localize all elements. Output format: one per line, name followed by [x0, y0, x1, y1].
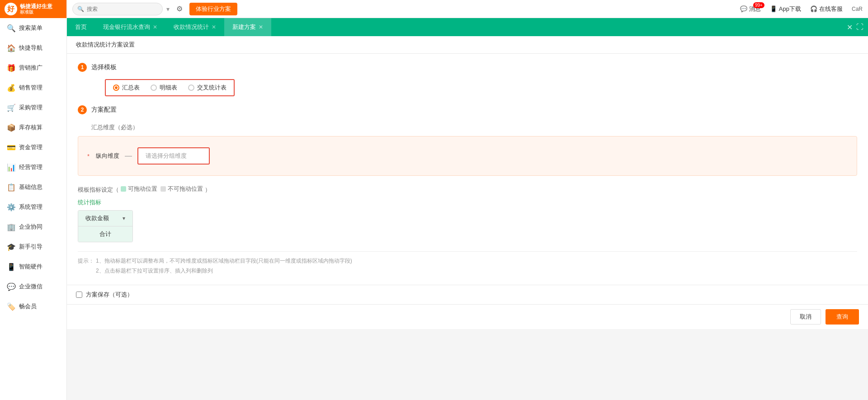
metrics-col-header[interactable]: 收款金额 ▾ [78, 211, 132, 226]
sidebar-item-fund[interactable]: 💳 资金管理 [0, 137, 66, 157]
quick-nav-icon: 🏠 [7, 44, 15, 52]
tab-maximize-icon[interactable]: ⛶ [856, 23, 863, 31]
radio-cross[interactable]: 交叉统计表 [188, 84, 226, 92]
metrics-col-header-label: 收款金额 [85, 214, 109, 222]
search-icon: 🔍 [77, 6, 84, 12]
metrics-col-chevron-icon[interactable]: ▾ [123, 215, 125, 221]
app-download-item[interactable]: 📱 App下载 [770, 5, 801, 13]
vertical-dim-label: 纵向维度 [96, 152, 119, 160]
tabbar: 首页 现金银行流水查询 ✕ 收款情况统计 ✕ 新建方案 ✕ ✕ ⛶ [67, 18, 868, 36]
metrics-grid: 收款金额 ▾ 合计 [78, 210, 133, 242]
radio-summary[interactable]: 汇总表 [113, 84, 140, 92]
sidebar-item-search-menu[interactable]: 🔍 搜索菜单 [0, 18, 66, 38]
radio-detail[interactable]: 明细表 [151, 84, 177, 92]
search-input[interactable] [87, 6, 150, 12]
save-checkbox[interactable] [76, 292, 82, 298]
search-menu-icon: 🔍 [7, 24, 15, 32]
topbar-right: 💬 消息 99+ 📱 App下载 🎧 在线客服 CaR [740, 5, 863, 13]
topbar-gear-button[interactable]: ⚙ [173, 3, 186, 15]
sidebar-item-vip[interactable]: 🏷️ 畅会员 [0, 296, 66, 316]
sidebar-item-label: 快捷导航 [19, 44, 42, 52]
app-download-label: App下载 [779, 5, 801, 13]
tab-new-scheme-close-icon[interactable]: ✕ [259, 24, 263, 30]
query-button[interactable]: 查询 [826, 309, 859, 325]
sidebar-badge: 标准版 [20, 9, 52, 15]
save-row: 方案保存（可选） [67, 285, 868, 304]
sidebar-item-label: 企业微信 [19, 282, 42, 291]
step2-label: 方案配置 [91, 106, 117, 114]
radio-summary-label: 汇总表 [122, 84, 140, 92]
tab-collection-stat-label: 收款情况统计 [174, 23, 209, 31]
system-icon: ⚙️ [7, 203, 15, 211]
tab-close-all-icon[interactable]: ✕ [847, 23, 853, 32]
purchase-icon: 🛒 [7, 104, 15, 112]
basic-info-icon: 📋 [7, 183, 15, 191]
tab-home-label: 首页 [75, 23, 87, 31]
metrics-col-value: 合计 [78, 226, 132, 242]
sidebar-item-marketing[interactable]: 🎁 营销推广 [0, 58, 66, 78]
dimension-box: * 纵向维度 — 请选择分组维度 [78, 136, 857, 176]
app-download-icon: 📱 [770, 5, 777, 12]
metrics-col-value-label: 合计 [99, 231, 111, 237]
cancel-button[interactable]: 取消 [790, 309, 821, 325]
template-options: 汇总表 明细表 交叉统计表 [105, 79, 235, 96]
dimension-select-placeholder: 请选择分组维度 [146, 152, 187, 159]
stats-title: 统计指标 [78, 199, 101, 206]
sidebar-item-quick-nav[interactable]: 🏠 快捷导航 [0, 38, 66, 58]
tip2: 提示： 2、点击标题栏下拉可设置排序、插入列和删除列 [78, 266, 857, 276]
scheme-config: 汇总维度（必选） * 纵向维度 — 请选择分组维度 [78, 123, 857, 276]
form-section: 1 选择模板 汇总表 明细表 交叉统计表 [67, 54, 868, 285]
action-bar: 取消 查询 [67, 304, 868, 329]
sidebar-item-operation[interactable]: 📊 经营管理 [0, 157, 66, 177]
step1-header: 1 选择模板 [78, 63, 857, 72]
fund-icon: 💳 [7, 143, 15, 151]
sidebar-item-label: 企业协同 [19, 223, 42, 231]
fixed-legend-label: 不可拖动位置 [168, 185, 203, 193]
topbar-dropdown-icon[interactable]: ▾ [166, 5, 170, 13]
radio-cross-circle [188, 85, 194, 91]
tab-collection-stat[interactable]: 收款情况统计 ✕ [165, 18, 224, 36]
sidebar-logo: 好 畅捷通好生意 标准版 [0, 0, 66, 18]
sidebar-item-enterprise-wechat[interactable]: 💬 企业微信 [0, 277, 66, 296]
tab-bank-flow[interactable]: 现金银行流水查询 ✕ [95, 18, 165, 36]
sidebar-item-inventory[interactable]: 📦 库存核算 [0, 118, 66, 137]
sidebar-item-label: 资金管理 [19, 143, 42, 151]
tab-new-scheme[interactable]: 新建方案 ✕ [224, 18, 271, 36]
marketing-icon: 🎁 [7, 64, 15, 72]
sidebar: 好 畅捷通好生意 标准版 🔍 搜索菜单 🏠 快捷导航 🎁 营销推广 💰 销售管理… [0, 0, 67, 400]
tip1: 提示： 1、拖动标题栏可以调整布局，不可跨维度或指标区域拖动栏目字段(只能在同一… [78, 256, 857, 266]
required-asterisk: * [87, 153, 90, 160]
radio-detail-circle [151, 85, 157, 91]
step2-header: 2 方案配置 [78, 105, 857, 114]
tab-collection-stat-close-icon[interactable]: ✕ [212, 24, 216, 30]
metrics-section: 模板指标设定（ 可拖动位置 不可拖动位置 ） [78, 185, 857, 242]
tab-home[interactable]: 首页 [67, 18, 95, 36]
dimension-section-title: 汇总维度（必选） [91, 123, 857, 132]
headset-icon: 🎧 [810, 5, 817, 12]
sidebar-item-sales[interactable]: 💰 销售管理 [0, 78, 66, 98]
sidebar-item-system[interactable]: ⚙️ 系统管理 [0, 197, 66, 217]
logo-icon: 好 [5, 3, 17, 15]
topbar-search-box[interactable]: 🔍 [72, 3, 163, 15]
dimension-select[interactable]: 请选择分组维度 [137, 147, 210, 165]
sidebar-item-label: 系统管理 [19, 203, 42, 211]
sidebar-item-smart-hw[interactable]: 📱 智能硬件 [0, 257, 66, 277]
tip2-content: 2、点击标题栏下拉可设置排序、插入列和删除列 [96, 266, 213, 276]
topbar-message-item[interactable]: 💬 消息 99+ [740, 5, 761, 13]
sidebar-item-enterprise[interactable]: 🏢 企业协同 [0, 217, 66, 237]
metrics-header: 模板指标设定（ 可拖动位置 不可拖动位置 ） [78, 185, 857, 194]
sidebar-item-purchase[interactable]: 🛒 采购管理 [0, 98, 66, 118]
sidebar-item-newbie[interactable]: 🎓 新手引导 [0, 237, 66, 257]
sidebar-item-label: 基础信息 [19, 183, 42, 191]
step1-label: 选择模板 [91, 63, 117, 71]
tab-bank-flow-close-icon[interactable]: ✕ [153, 24, 157, 30]
online-service-label: 在线客服 [819, 5, 843, 13]
dimension-row: * 纵向维度 — 请选择分组维度 [87, 147, 848, 165]
sidebar-item-label: 搜索菜单 [19, 24, 42, 32]
trial-button[interactable]: 体验行业方案 [189, 3, 237, 15]
online-service-item[interactable]: 🎧 在线客服 [810, 5, 843, 13]
tip1-text: 提示： [78, 256, 94, 266]
sidebar-item-basic-info[interactable]: 📋 基础信息 [0, 177, 66, 197]
sidebar-item-label: 库存核算 [19, 123, 42, 132]
sidebar-item-label: 畅会员 [19, 302, 37, 311]
